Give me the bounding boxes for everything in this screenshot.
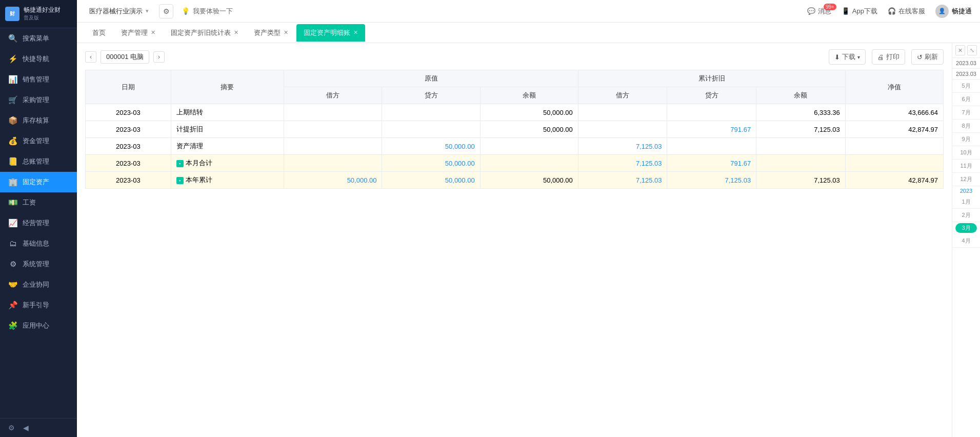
sidebar-item-appstore[interactable]: 🧩 应用中心 [0, 315, 77, 336]
sidebar-item-guide[interactable]: 📌 新手引导 [0, 295, 77, 315]
company-selector[interactable]: 医疗器械行业演示 ▾ [85, 5, 153, 18]
th-balance: 余额 [480, 87, 578, 104]
timeline-active-month[interactable]: 3月 [955, 223, 977, 233]
cell-balance: 50,000.00 [480, 104, 578, 121]
panel-close-btn[interactable]: ✕ [955, 45, 965, 55]
cell-date: 2023-03 [86, 172, 171, 189]
timeline-year-label[interactable]: 2023 [952, 186, 980, 195]
sidebar-item-label: 快捷导航 [23, 54, 49, 64]
tabs-bar: 首页 资产管理 ✕ 固定资产折旧统计表 ✕ 资产类型 ✕ 固定资产明细账 ✕ [77, 23, 980, 43]
tab-asset-mgmt-label: 资产管理 [121, 28, 148, 37]
sidebar-item-label: 应用中心 [23, 321, 49, 330]
sidebar-item-purchase[interactable]: 🛒 采购管理 [0, 90, 77, 110]
sidebar-item-quicknav[interactable]: ⚡ 快捷导航 [0, 49, 77, 69]
sales-icon: 📊 [8, 75, 17, 84]
tab-asset-type[interactable]: 资产类型 ✕ [247, 24, 295, 42]
timeline-panel: ✕ ⤡ 2023.03 2023.03 5月6月7月8月9月10月11月12月2… [952, 43, 980, 437]
collapse-icon[interactable]: ◀ [23, 424, 29, 432]
user-menu[interactable]: 👤 畅捷通 [935, 5, 972, 18]
print-btn[interactable]: 🖨 打印 [872, 49, 905, 65]
cell-dep-credit: 791.67 [667, 155, 756, 172]
panel-controls: ✕ ⤡ [952, 43, 980, 58]
sidebar-item-sales[interactable]: 📊 销售管理 [0, 69, 77, 90]
cell-balance [480, 138, 578, 155]
timeline-month-item[interactable]: 1月 [952, 195, 980, 209]
ledger-icon: 📒 [8, 157, 17, 166]
company-name: 医疗器械行业演示 [89, 7, 143, 16]
cell-debit: 50,000.00 [284, 172, 382, 189]
cell-balance: 50,000.00 [480, 172, 578, 189]
sidebar-item-label: 采购管理 [23, 95, 49, 105]
tab-home[interactable]: 首页 [85, 24, 113, 42]
company-dropdown-icon: ▾ [146, 8, 149, 14]
tab-home-label: 首页 [92, 28, 106, 37]
th-dep-debit: 借方 [578, 87, 667, 104]
sidebar-item-fixedasset[interactable]: 🏢 固定资产 [0, 172, 77, 192]
summary-icon: ▪ [176, 160, 184, 167]
tab-asset-type-close[interactable]: ✕ [284, 29, 288, 36]
th-date: 日期 [86, 70, 171, 104]
sidebar-item-collab[interactable]: 🤝 企业协同 [0, 274, 77, 295]
timeline-month-item[interactable]: 2月 [952, 209, 980, 222]
cell-credit: 50,000.00 [382, 155, 480, 172]
timeline-month-item[interactable]: 7月 [952, 106, 980, 120]
settings-icon: ⚙ [163, 7, 170, 15]
cell-date: 2023-03 [86, 121, 171, 138]
download-btn[interactable]: 📱 App下载 [842, 7, 877, 16]
service-btn[interactable]: 🎧 在线客服 [888, 7, 925, 16]
panel-expand-btn[interactable]: ⤡ [967, 45, 977, 55]
sidebar-item-system[interactable]: ⚙ 系统管理 [0, 254, 77, 274]
cell-dep-credit: 7,125.03 [667, 172, 756, 189]
tab-asset-detail[interactable]: 固定资产明细账 ✕ [296, 24, 365, 42]
collab-icon: 🤝 [8, 280, 17, 289]
timeline-month-item[interactable]: 4月 [952, 234, 980, 248]
toolbar-row: ‹ 000001 电脑 › ⬇ 下载 ▾ � [85, 49, 944, 65]
timeline-month-item[interactable]: 10月 [952, 146, 980, 160]
topbar-settings-btn[interactable]: ⚙ [159, 4, 173, 18]
next-asset-btn[interactable]: › [153, 51, 165, 63]
service-icon: 🎧 [888, 7, 896, 15]
quicknav-icon: ⚡ [8, 54, 17, 64]
cell-dep-debit: 7,125.03 [578, 155, 667, 172]
tab-asset-detail-close[interactable]: ✕ [353, 29, 358, 36]
cell-dep-balance: 6,333.36 [756, 104, 846, 121]
topbar-right: 💬 消息 99+ 📱 App下载 🎧 在线客服 👤 畅捷通 [807, 5, 972, 18]
sidebar-item-search[interactable]: 🔍 搜索菜单 [0, 28, 77, 49]
cell-net-value [845, 138, 943, 155]
sidebar-item-label: 销售管理 [23, 75, 49, 84]
cell-dep-debit [578, 121, 667, 138]
sidebar-item-basic[interactable]: 🗂 基础信息 [0, 233, 77, 254]
settings-bottom-icon[interactable]: ⚙ [8, 424, 15, 432]
tab-asset-mgmt-close[interactable]: ✕ [151, 29, 155, 36]
timeline-month-item[interactable]: 5月 [952, 80, 980, 93]
prev-asset-btn[interactable]: ‹ [85, 51, 96, 63]
timeline-month-item[interactable]: 12月 [952, 173, 980, 186]
sidebar-item-label: 系统管理 [23, 260, 49, 269]
sidebar-item-label: 基础信息 [23, 239, 49, 248]
tab-asset-mgmt[interactable]: 资产管理 ✕ [114, 24, 163, 42]
timeline-month-item[interactable]: 9月 [952, 133, 980, 146]
download-label: 下载 [842, 52, 855, 62]
sidebar-item-finance[interactable]: 💰 资金管理 [0, 131, 77, 151]
sidebar-item-operation[interactable]: 📈 经营管理 [0, 213, 77, 233]
print-label: 打印 [886, 52, 899, 62]
tab-depreciation-close[interactable]: ✕ [234, 29, 238, 36]
timeline-month-item[interactable]: 11月 [952, 160, 980, 173]
system-icon: ⚙ [8, 260, 17, 269]
message-btn[interactable]: 💬 消息 99+ [807, 7, 831, 16]
download-btn[interactable]: ⬇ 下载 ▾ [829, 49, 866, 65]
timeline-month-item[interactable]: 8月 [952, 120, 980, 133]
timeline-month-item[interactable]: 6月 [952, 93, 980, 106]
cell-dep-balance: 7,125.03 [756, 121, 846, 138]
data-table: 日期 摘要 原值 累计折旧 净值 借方 贷方 余额 借方 贷方 余额 [85, 70, 944, 189]
tab-asset-detail-label: 固定资产明细账 [304, 28, 350, 37]
experience-btn[interactable]: 💡 我要体验一下 [182, 7, 233, 16]
sidebar-item-inventory[interactable]: 📦 库存核算 [0, 110, 77, 131]
refresh-btn[interactable]: ↺ 刷新 [911, 49, 944, 65]
tab-depreciation[interactable]: 固定资产折旧统计表 ✕ [164, 24, 246, 42]
sidebar-item-salary[interactable]: 💵 工资 [0, 192, 77, 213]
asset-nav: ‹ 000001 电脑 › [85, 50, 165, 64]
sidebar-item-label: 工资 [23, 198, 36, 207]
sidebar-item-ledger[interactable]: 📒 总账管理 [0, 151, 77, 172]
cell-dep-debit: 7,125.03 [578, 172, 667, 189]
